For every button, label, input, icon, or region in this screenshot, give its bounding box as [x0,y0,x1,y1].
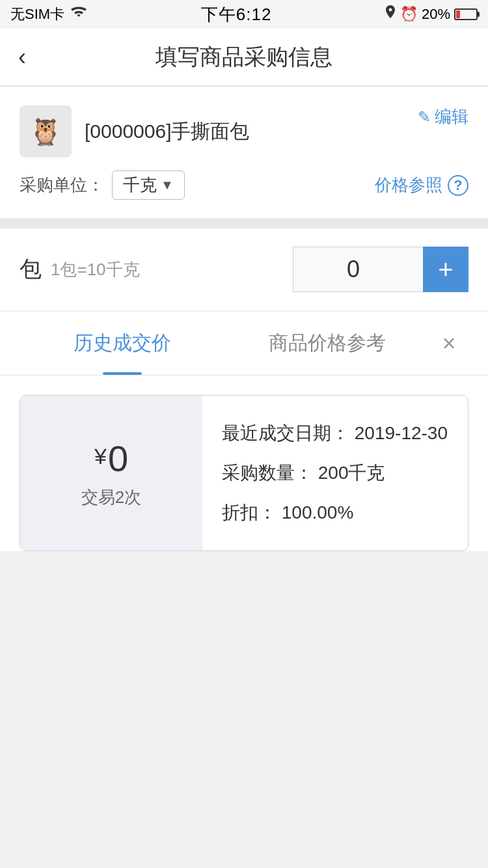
battery-percent: 20% [422,6,450,23]
unit-select[interactable]: 千克 ▼ [112,170,185,200]
product-left: 🦉 [0000006]手撕面包 [20,105,249,157]
transaction-card: ¥ 0 交易2次 最近成交日期： 2019-12-30 采购数量： 200千克 … [20,395,468,551]
status-time: 下午6:12 [201,3,272,26]
tab-history-price[interactable]: 历史成交价 [20,312,224,375]
carrier-text: 无SIM卡 [10,5,64,24]
help-icon: ? [448,175,468,196]
transaction-count: 交易2次 [81,486,141,509]
quantity-plus-button[interactable]: + [423,247,468,292]
transaction-left: ¥ 0 交易2次 [20,396,202,550]
status-bar: 无SIM卡 下午6:12 ⏰ 20% [0,0,488,29]
status-right: ⏰ 20% [385,5,478,23]
price-ref-label: 价格参照 [375,174,442,197]
tab-price-reference[interactable]: 商品价格参考 [224,312,429,375]
transaction-qty-row: 采购数量： 200千克 [222,459,448,488]
quantity-label: 包 1包=10千克 [20,254,140,284]
quantity-input-group: + [293,247,468,292]
back-button[interactable]: ‹ [18,44,26,71]
product-unit-row: 采购单位： 千克 ▼ 价格参照 ? [20,170,468,200]
status-left: 无SIM卡 [10,5,88,24]
discount-label: 折扣： [222,502,277,522]
price-value: 0 [108,437,128,480]
product-header: 🦉 [0000006]手撕面包 ✎ 编辑 [20,105,468,157]
unit-value: 千克 [123,174,157,197]
unit-dropdown-icon: ▼ [161,178,174,193]
product-name: [0000006]手撕面包 [85,118,249,145]
quantity-input[interactable] [293,247,423,292]
alarm-icon: ⏰ [400,6,418,23]
edit-icon: ✎ [418,108,431,126]
location-icon [385,5,396,23]
purchase-qty-value: 200千克 [318,463,385,483]
product-thumbnail: 🦉 [20,105,72,157]
product-card: 🦉 [0000006]手撕面包 ✎ 编辑 采购单位： 千克 ▼ 价格参照 ? [0,87,488,218]
purchase-qty-label: 采购数量： [222,463,313,483]
edit-button[interactable]: ✎ 编辑 [418,105,468,128]
tab-close-button[interactable]: × [429,324,468,363]
recent-date-label: 最近成交日期： [222,423,349,443]
tabs-header: 历史成交价 商品价格参考 × [0,312,488,375]
page-title: 填写商品采购信息 [156,42,332,72]
product-image: 🦉 [29,116,62,147]
discount-value: 100.00% [282,502,354,522]
unit-left: 采购单位： 千克 ▼ [20,170,185,200]
main-content: 历史成交价 商品价格参考 × ¥ 0 交易2次 最近成交日期： 2019-12-… [0,312,488,702]
pkg-label: 包 [20,254,42,284]
quantity-row: 包 1包=10千克 + [0,228,488,310]
wifi-icon [70,5,88,23]
transaction-price: ¥ 0 [94,437,128,480]
battery-icon [454,8,478,20]
tabs-container: 历史成交价 商品价格参考 × ¥ 0 交易2次 最近成交日期： 2019-12-… [0,312,488,551]
unit-label: 采购单位： [20,174,104,197]
pkg-desc: 1包=10千克 [51,258,140,281]
edit-label: 编辑 [435,105,468,128]
price-ref-button[interactable]: 价格参照 ? [375,174,468,197]
price-currency: ¥ [94,444,107,469]
transaction-date-row: 最近成交日期： 2019-12-30 [222,419,448,448]
transaction-right: 最近成交日期： 2019-12-30 采购数量： 200千克 折扣： 100.0… [202,396,468,550]
section-divider [0,218,488,228]
recent-date-value: 2019-12-30 [355,423,448,443]
nav-bar: ‹ 填写商品采购信息 [0,29,488,86]
transaction-discount-row: 折扣： 100.00% [222,498,448,528]
